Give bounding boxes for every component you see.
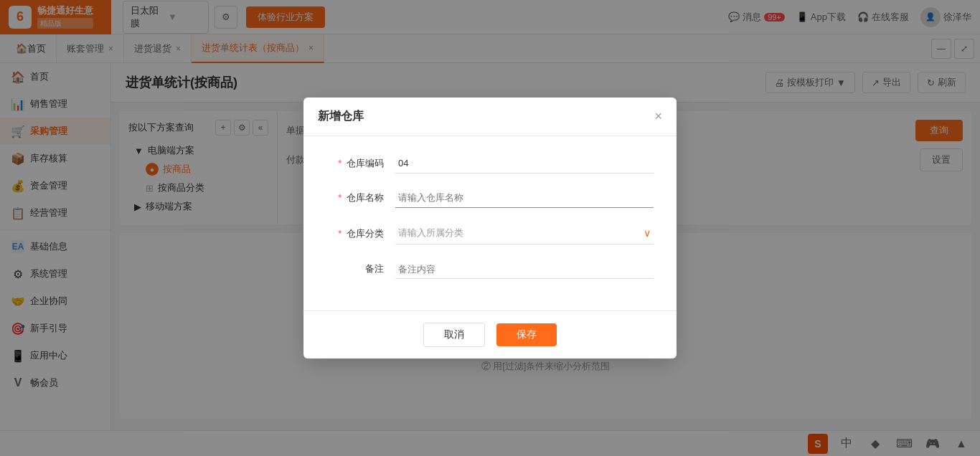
warehouse-name-label: * 仓库名称	[326, 191, 384, 204]
required-mark: *	[338, 158, 341, 168]
modal-footer: 取消 保存	[303, 310, 677, 358]
form-row-warehouse-code: * 仓库编码	[326, 153, 654, 174]
category-select-arrow-icon: ∨	[644, 227, 651, 239]
modal-overlay: 新增仓库 × * 仓库编码 * 仓库名称	[0, 0, 980, 456]
modal-title: 新增仓库	[318, 109, 364, 124]
warehouse-code-input[interactable]	[395, 153, 654, 174]
warehouse-name-input[interactable]	[395, 188, 654, 208]
warehouse-category-label: * 仓库分类	[326, 227, 384, 240]
save-button[interactable]: 保存	[496, 323, 557, 346]
warehouse-category-select[interactable]: 请输入所属分类 ∨	[395, 222, 654, 244]
modal-body: * 仓库编码 * 仓库名称 * 仓库分类 请输入	[303, 136, 677, 310]
modal-close-button[interactable]: ×	[654, 109, 662, 124]
remarks-input[interactable]	[395, 259, 654, 279]
modal-header: 新增仓库 ×	[303, 98, 677, 136]
warehouse-code-label: * 仓库编码	[326, 157, 384, 170]
form-row-warehouse-category: * 仓库分类 请输入所属分类 ∨	[326, 222, 654, 244]
warehouse-category-placeholder: 请输入所属分类	[398, 227, 463, 239]
required-mark-3: *	[338, 228, 341, 239]
required-mark-2: *	[338, 192, 341, 203]
add-warehouse-modal: 新增仓库 × * 仓库编码 * 仓库名称	[303, 98, 677, 358]
form-row-remarks: 备注	[326, 259, 654, 279]
cancel-button[interactable]: 取消	[423, 323, 485, 347]
form-row-warehouse-name: * 仓库名称	[326, 188, 654, 208]
remarks-label: 备注	[326, 262, 384, 275]
